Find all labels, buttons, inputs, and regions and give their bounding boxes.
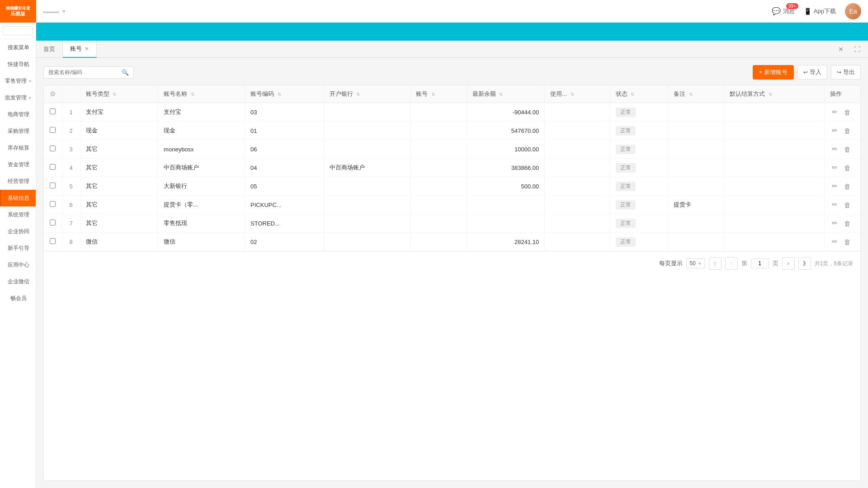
app-download-button[interactable]: 📱 App下载 — [804, 7, 836, 15]
sidebar-item-retail-mgmt[interactable]: 零售管理 ▼ — [0, 73, 36, 89]
edit-button[interactable]: ✏ — [830, 126, 840, 136]
delete-button[interactable]: 🗑 — [842, 182, 853, 191]
col-usage-header[interactable]: 使用... ⇅ — [545, 85, 610, 103]
sidebar-item-corp-agreement[interactable]: 企业协同 — [0, 223, 36, 240]
topbar-dropdown[interactable]: ▬▬▬ ▼ — [43, 8, 66, 14]
row-checkbox-cell[interactable] — [44, 159, 62, 177]
row-checkbox-cell[interactable] — [44, 103, 62, 122]
sort-account-name-icon[interactable]: ⇅ — [191, 92, 194, 97]
row-checkbox[interactable] — [50, 164, 56, 170]
tab-expand-button[interactable]: ⛶ — [851, 43, 863, 56]
row-checkbox[interactable] — [50, 201, 56, 207]
sidebar-item-ecom-mgmt[interactable]: 电商管理 — [0, 106, 36, 123]
row-checkbox-cell[interactable] — [44, 214, 62, 233]
sidebar-item-corp-wechat[interactable]: 企业微信 — [0, 273, 36, 290]
sidebar-item-fund-mgmt[interactable]: 资金管理 — [0, 156, 36, 173]
row-account-code: PICKUPC... — [245, 196, 324, 214]
col-remark-header[interactable]: 备注 ⇅ — [668, 85, 724, 103]
delete-button[interactable]: 🗑 — [842, 237, 853, 247]
chevron-down-icon: ▼ — [28, 79, 32, 84]
message-button[interactable]: 💬 消息 99+ — [772, 7, 795, 15]
last-page-button[interactable]: ⟫ — [798, 257, 811, 270]
export-button[interactable]: ↪ 导出 — [831, 65, 861, 80]
delete-button[interactable]: 🗑 — [842, 108, 853, 117]
sidebar-search-input[interactable] — [3, 26, 33, 35]
main-area: ▬▬▬ ▼ 💬 消息 99+ 📱 App下载 Ea 首页 — [36, 0, 868, 488]
edit-button[interactable]: ✏ — [830, 144, 840, 154]
edit-button[interactable]: ✏ — [830, 163, 840, 173]
row-checkbox[interactable] — [50, 127, 56, 133]
next-page-button[interactable]: › — [782, 257, 795, 270]
col-balance-header[interactable]: 最新余额 ⇅ — [467, 85, 545, 103]
tab-account[interactable]: 账号 ✕ — [63, 41, 97, 58]
sort-bank-icon[interactable]: ⇅ — [356, 92, 360, 97]
page-size-select[interactable]: 50 ▼ — [686, 258, 705, 268]
sort-account-type-icon[interactable]: ⇅ — [113, 92, 116, 97]
edit-button[interactable]: ✏ — [830, 200, 840, 210]
search-input[interactable] — [48, 69, 119, 75]
sort-status-icon[interactable]: ⇅ — [631, 92, 634, 97]
col-account-code-header[interactable]: 账号编码 ⇅ — [245, 85, 324, 103]
col-status-header[interactable]: 状态 ⇅ — [610, 85, 668, 103]
tab-close-button[interactable]: ✕ — [835, 43, 847, 56]
sort-remark-icon[interactable]: ⇅ — [689, 92, 693, 97]
sidebar-search-box[interactable] — [0, 23, 36, 39]
row-checkbox-cell[interactable] — [44, 233, 62, 251]
row-checkbox[interactable] — [50, 145, 56, 151]
row-checkbox-cell[interactable] — [44, 122, 62, 140]
sidebar-item-new-guide[interactable]: 新手引导 — [0, 240, 36, 257]
col-account-no-header[interactable]: 账号 ⇅ — [410, 85, 467, 103]
tab-account-close[interactable]: ✕ — [85, 46, 89, 52]
edit-button[interactable]: ✏ — [830, 237, 840, 247]
row-account-no — [410, 233, 467, 251]
sort-settlement-icon[interactable]: ⇅ — [769, 92, 772, 97]
col-account-name-header[interactable]: 账号名称 ⇅ — [158, 85, 245, 103]
sort-account-no-icon[interactable]: ⇅ — [431, 92, 435, 97]
sidebar-item-quick-nav[interactable]: 快捷导航 — [0, 56, 36, 73]
sidebar-item-purchase-mgmt[interactable]: 采购管理 — [0, 123, 36, 140]
sidebar-item-wholesale-mgmt[interactable]: 批发管理 ▼ — [0, 89, 36, 106]
search-box[interactable]: 🔍 — [43, 66, 134, 79]
row-checkbox[interactable] — [50, 238, 56, 244]
sidebar-item-inventory[interactable]: 库存核算 — [0, 140, 36, 156]
row-checkbox[interactable] — [50, 220, 56, 225]
delete-button[interactable]: 🗑 — [842, 163, 853, 173]
col-account-type-header[interactable]: 账号类型 ⇅ — [80, 85, 158, 103]
row-number: 1 — [62, 103, 80, 122]
sidebar-item-system-mgmt[interactable]: 系统管理 — [0, 206, 36, 223]
edit-button[interactable]: ✏ — [830, 107, 840, 117]
tab-home[interactable]: 首页 — [36, 41, 63, 58]
row-checkbox-cell[interactable] — [44, 140, 62, 159]
tab-actions: ✕ ⛶ — [835, 43, 868, 56]
edit-button[interactable]: ✏ — [830, 218, 840, 228]
prev-page-button[interactable]: ‹ — [725, 257, 738, 270]
sidebar-item-app-center[interactable]: 应用中心 — [0, 257, 36, 273]
row-checkbox-cell[interactable] — [44, 196, 62, 214]
row-default-settlement — [724, 177, 824, 196]
first-page-button[interactable]: ⟪ — [709, 257, 722, 270]
row-checkbox[interactable] — [50, 108, 56, 114]
sidebar-item-member[interactable]: 畅会员 — [0, 290, 36, 307]
settings-icon[interactable]: ⚙ — [50, 90, 56, 98]
sort-account-code-icon[interactable]: ⇅ — [278, 92, 281, 97]
sort-usage-icon[interactable]: ⇅ — [571, 92, 574, 97]
sidebar-item-search-menu[interactable]: 搜索菜单 — [0, 39, 36, 56]
sort-balance-icon[interactable]: ⇅ — [499, 92, 503, 97]
row-account-type: 其它 — [80, 140, 158, 159]
new-account-button[interactable]: + 新增账号 — [753, 65, 794, 80]
col-default-settlement-header[interactable]: 默认结算方式 ⇅ — [724, 85, 824, 103]
sidebar-item-basic-info[interactable]: 基础信息 — [0, 190, 36, 206]
delete-button[interactable]: 🗑 — [842, 145, 853, 154]
edit-button[interactable]: ✏ — [830, 181, 840, 191]
user-avatar[interactable]: Ea — [845, 3, 861, 19]
row-checkbox[interactable] — [50, 183, 56, 188]
import-button[interactable]: ↩ 导入 — [797, 65, 827, 80]
col-bank-header[interactable]: 开户银行 ⇅ — [324, 85, 410, 103]
delete-button[interactable]: 🗑 — [842, 219, 853, 228]
row-bank — [324, 140, 410, 159]
sidebar-item-ops-mgmt[interactable]: 经营管理 — [0, 173, 36, 190]
row-checkbox-cell[interactable] — [44, 177, 62, 196]
page-number-input[interactable] — [751, 258, 769, 268]
delete-button[interactable]: 🗑 — [842, 126, 853, 136]
delete-button[interactable]: 🗑 — [842, 200, 853, 210]
